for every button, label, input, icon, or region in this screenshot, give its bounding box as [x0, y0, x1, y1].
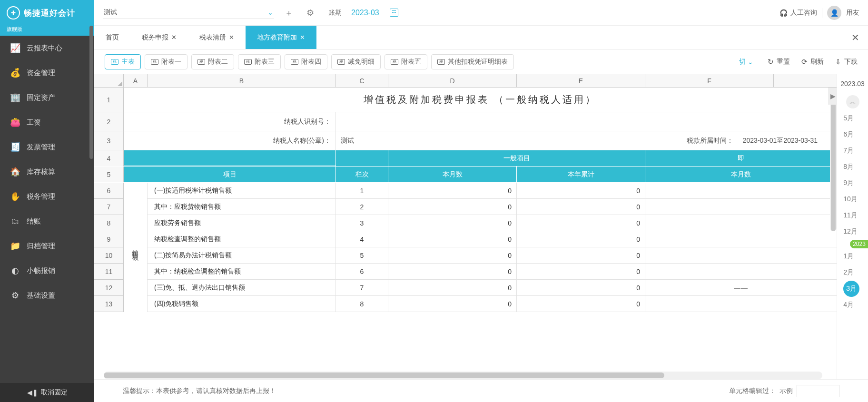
tab[interactable]: 地方教育附加✕	[246, 26, 316, 49]
spreadsheet[interactable]: A B C D E F 1 增值税及附加税费申报表 （一般纳税人适用） 2 纳税…	[94, 74, 837, 379]
item-cell[interactable]: (一)按适用税率计税销售额	[148, 183, 336, 198]
company-selector[interactable]: 测试 ⌄	[103, 6, 274, 19]
month2-cell[interactable]	[645, 215, 837, 231]
idx-cell[interactable]: 1	[336, 183, 388, 198]
tab[interactable]: 首页	[94, 26, 130, 49]
item-cell[interactable]: (二)按简易办法计税销售额	[148, 247, 336, 263]
v-scrollbar[interactable]	[830, 88, 837, 231]
month-item[interactable]: 4月	[843, 297, 862, 313]
add-icon[interactable]: ＋	[282, 6, 296, 20]
idx-cell[interactable]: 5	[336, 247, 388, 263]
row-head[interactable]: 9	[94, 231, 124, 247]
idx-cell[interactable]: 4	[336, 231, 388, 247]
sheet-tab[interactable]: 税其他扣税凭证明细表	[431, 54, 514, 69]
corner-cell[interactable]	[94, 74, 124, 87]
sidebar-item[interactable]: ✋税务管理	[0, 184, 94, 209]
year-cell[interactable]: 0	[517, 280, 645, 295]
month2-cell[interactable]	[645, 199, 837, 215]
row-head-2[interactable]: 2	[94, 112, 124, 131]
tab-close-icon[interactable]: ✕	[229, 34, 234, 41]
period-value[interactable]: 2023-03	[351, 9, 379, 17]
month-cell[interactable]: 0	[388, 231, 517, 247]
month-item[interactable]: 3月	[843, 281, 859, 297]
idx-cell[interactable]: 3	[336, 215, 388, 231]
month-cell[interactable]: 0	[388, 199, 517, 215]
year-cell[interactable]: 0	[517, 264, 645, 279]
year-cell[interactable]: 0	[517, 296, 645, 312]
col-A[interactable]: A	[124, 74, 148, 87]
month-item[interactable]: 11月	[843, 207, 862, 224]
month-item[interactable]: 10月	[843, 191, 862, 207]
row-head[interactable]: 11	[94, 264, 124, 280]
sidebar-item[interactable]: 🏠库存核算	[0, 159, 94, 184]
row-head-1[interactable]: 1	[94, 88, 124, 112]
month-item[interactable]: 1月	[843, 248, 862, 265]
sheet-tab[interactable]: 税附表五	[385, 54, 427, 69]
col-E[interactable]: E	[517, 74, 645, 87]
sheet-tab[interactable]: 税附表一	[145, 54, 187, 69]
sidebar-item[interactable]: ◐小畅报销	[0, 258, 94, 283]
month-item[interactable]: 8月	[843, 159, 862, 175]
sidebar-item[interactable]: 🧾发票管理	[0, 135, 94, 159]
idx-cell[interactable]: 7	[336, 280, 388, 295]
month2-cell[interactable]	[645, 183, 837, 198]
reset-button[interactable]: ↻重置	[768, 58, 790, 66]
row-head[interactable]: 8	[94, 215, 124, 231]
row-head[interactable]: 12	[94, 280, 124, 296]
sheet-tab[interactable]: 税附表四	[285, 54, 327, 69]
year-cell[interactable]: 0	[517, 183, 645, 198]
col-D[interactable]: D	[388, 74, 517, 87]
unpin-button[interactable]: ◀❚ 取消固定	[0, 383, 94, 402]
tab[interactable]: 税务申报✕	[130, 26, 188, 49]
month-cell[interactable]: 0	[388, 264, 517, 279]
month-cell[interactable]: 0	[388, 215, 517, 231]
month-cell[interactable]: 0	[388, 247, 517, 263]
col-B[interactable]: B	[148, 74, 336, 87]
idx-cell[interactable]: 2	[336, 199, 388, 215]
sheet-tab[interactable]: 税主表	[105, 54, 141, 69]
month-cell[interactable]: 0	[388, 296, 517, 312]
item-cell[interactable]: (四)免税销售额	[148, 296, 336, 312]
sidebar-item[interactable]: 📈云报表中心	[0, 36, 94, 60]
row-head[interactable]: 13	[94, 296, 124, 312]
h-scrollbar[interactable]	[104, 372, 822, 379]
row-head-5[interactable]: 5	[94, 167, 124, 182]
sidebar-item[interactable]: 👛工资	[0, 110, 94, 135]
calendar-icon[interactable]: ☶	[390, 9, 398, 17]
item-cell[interactable]: 纳税检查调整的销售额	[148, 231, 336, 247]
sidebar-item[interactable]: 🗂结账	[0, 209, 94, 234]
avatar[interactable]: 👤	[827, 6, 841, 20]
sidebar-item[interactable]: 🏢固定资产	[0, 85, 94, 110]
consult-button[interactable]: 🎧 人工咨询	[779, 9, 817, 17]
month-item[interactable]: 7月	[843, 143, 862, 159]
month2-cell[interactable]	[645, 247, 837, 263]
month2-cell[interactable]	[645, 264, 837, 279]
idx-cell[interactable]: 6	[336, 264, 388, 279]
month2-cell[interactable]	[645, 296, 837, 312]
row-head[interactable]: 7	[94, 199, 124, 215]
gear-icon[interactable]: ⚙	[304, 7, 317, 19]
year-cell[interactable]: 0	[517, 231, 645, 247]
month2-cell[interactable]: ——	[645, 280, 837, 295]
sheet-tab[interactable]: 税附表二	[191, 54, 234, 69]
month-item[interactable]: 12月	[843, 224, 862, 240]
item-cell[interactable]: 其中：纳税检查调整的销售额	[148, 264, 336, 279]
sidebar-item[interactable]: 💰资金管理	[0, 60, 94, 85]
sidebar-item[interactable]: ⚙基础设置	[0, 283, 94, 308]
tab-close-icon[interactable]: ✕	[171, 34, 177, 41]
refresh-button[interactable]: ⟳刷新	[801, 58, 824, 66]
month-item[interactable]: 9月	[843, 175, 862, 191]
idx-cell[interactable]: 8	[336, 296, 388, 312]
year-cell[interactable]: 0	[517, 215, 645, 231]
row-head[interactable]: 10	[94, 247, 124, 264]
item-cell[interactable]: (三)免、抵、退办法出口销售额	[148, 280, 336, 295]
tab[interactable]: 税表清册✕	[188, 26, 246, 49]
sidebar-scrollbar[interactable]	[89, 26, 93, 159]
item-cell[interactable]: 其中：应税货物销售额	[148, 199, 336, 215]
month-item[interactable]: 2月	[843, 265, 862, 281]
year-cell[interactable]: 0	[517, 247, 645, 263]
month-item[interactable]: 6月	[843, 127, 862, 143]
close-all-tabs-icon[interactable]: ✕	[848, 32, 863, 43]
item-cell[interactable]: 应税劳务销售额	[148, 215, 336, 231]
tab-close-icon[interactable]: ✕	[300, 34, 305, 41]
